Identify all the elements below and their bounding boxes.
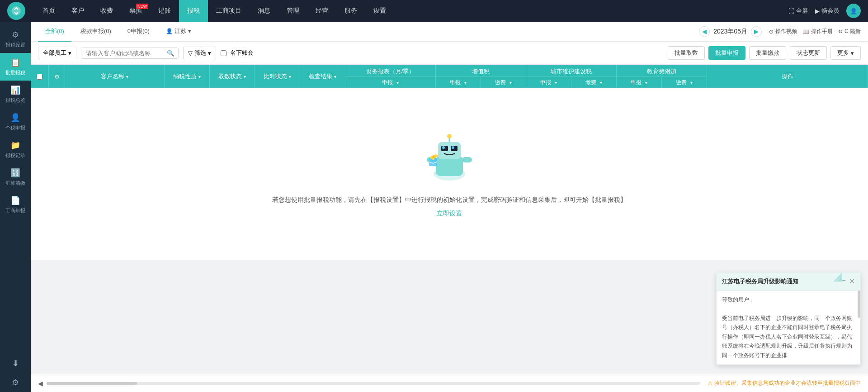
sidebar-item-annual-report[interactable]: 📄 工商年报 xyxy=(0,191,31,219)
nav-item-operation[interactable]: 经营 xyxy=(307,0,336,22)
th-city-tax-group: 城市维护建设税 申报 ▾ 缴费 ▾ xyxy=(526,65,617,88)
th-edu-pay: 缴费 ▾ xyxy=(662,77,707,88)
nav-item-tax[interactable]: 报税 xyxy=(179,0,208,22)
table-header-top: ⚙ 客户名称 ▾ 纳税性质 ▾ 取数状态 ▾ 比对状态 ▾ 检查结果 ▾ xyxy=(31,65,868,88)
th-finance-declare: 申报 ▾ xyxy=(345,77,435,88)
refresh-button[interactable]: ↻ C 隔新 xyxy=(838,28,861,35)
more-button[interactable]: 更多 ▾ xyxy=(830,46,861,60)
batch-tax-icon: 📋 xyxy=(10,57,20,67)
svg-point-5 xyxy=(442,146,445,149)
next-month-button[interactable]: ▶ xyxy=(751,26,762,37)
new-badge: NEW xyxy=(136,4,148,9)
setup-link[interactable]: 立即设置 xyxy=(437,210,462,218)
employee-select[interactable]: 全部员工 ▾ xyxy=(38,47,76,59)
tab-all[interactable]: 全部 (0) xyxy=(38,22,71,42)
svg-rect-10 xyxy=(462,157,472,163)
th-compare-status: 比对状态 ▾ xyxy=(255,65,300,88)
sidebar-item-tax-overview[interactable]: 📊 报税总览 xyxy=(0,81,31,108)
tabs-right: ◀ 2023年05月 ▶ ⊙ 操作视频 📖 操作手册 ↻ C 隔新 xyxy=(699,26,861,37)
nav-items-container: 首页 客户 收费 票据 NEW 记账 报税 工商项目 消息 管理 经营 服务 设… xyxy=(34,0,788,22)
svg-point-15 xyxy=(434,154,438,157)
nav-item-service[interactable]: 服务 xyxy=(336,0,365,22)
filter-button[interactable]: ▽ 筛选 ▾ xyxy=(183,47,216,59)
operation-manual-button[interactable]: 📖 操作手册 xyxy=(802,28,833,35)
nav-item-home[interactable]: 首页 xyxy=(34,0,63,22)
user-avatar[interactable]: 👤 xyxy=(846,4,861,18)
tax-records-icon: 📁 xyxy=(10,140,20,150)
sidebar-item-settings-bottom[interactable]: ⚙ xyxy=(0,373,31,392)
batch-pay-button[interactable]: 批量缴款 xyxy=(749,46,786,60)
notification-scrollbar[interactable] xyxy=(858,272,860,364)
sidebar-bottom: ⬇ ⚙ xyxy=(0,354,31,392)
account-checkbox-label[interactable]: 名下账套 xyxy=(221,49,254,57)
sidebar-item-tax-records[interactable]: 📁 报税记录 xyxy=(0,136,31,163)
notification-close-button[interactable]: ✕ xyxy=(849,277,855,286)
th-checkbox[interactable] xyxy=(31,65,49,88)
batch-fetch-button[interactable]: 批量取数 xyxy=(668,46,705,60)
sidebar: ⚙ 报税设置 📋 批量报税 📊 报税总览 👤 个税申报 📁 报税记录 🔢 汇算清… xyxy=(0,22,31,392)
fullscreen-button[interactable]: ⛶ 全屏 xyxy=(788,7,808,15)
annual-report-icon: 📄 xyxy=(10,196,20,206)
warning-icon: ⚠ xyxy=(708,380,712,387)
personal-tax-icon: 👤 xyxy=(10,113,20,123)
th-settings[interactable]: ⚙ xyxy=(49,65,65,88)
nav-item-billing[interactable]: 收费 xyxy=(92,0,121,22)
scroll-thumb xyxy=(47,382,137,385)
search-input[interactable] xyxy=(81,48,163,58)
sidebar-item-download[interactable]: ⬇ xyxy=(0,354,31,373)
th-finance-group: 财务报表（月/季） 申报 ▾ xyxy=(345,65,436,88)
batch-declare-button[interactable]: 批量申报 xyxy=(708,46,745,60)
prev-month-button[interactable]: ◀ xyxy=(699,26,710,37)
nav-item-message[interactable]: 消息 xyxy=(250,0,278,22)
settlement-icon: 🔢 xyxy=(10,168,20,178)
scroll-left-arrow[interactable]: ◀ xyxy=(38,380,43,387)
svg-rect-2 xyxy=(438,142,461,159)
search-button[interactable]: 🔍 xyxy=(163,48,178,58)
tax-overview-icon: 📊 xyxy=(10,85,20,95)
scroll-track[interactable] xyxy=(47,382,700,385)
nav-item-business[interactable]: 工商项目 xyxy=(208,0,250,22)
empty-state: 若您想使用批量报税功能，请先在【报税设置】中进行报税的初始化设置，完成密码验证和… xyxy=(31,88,868,260)
member-button[interactable]: ▶ 畅会员 xyxy=(815,7,839,15)
sidebar-item-tax-settings[interactable]: ⚙ 报税设置 xyxy=(0,25,31,53)
status-update-button[interactable]: 状态更新 xyxy=(790,46,827,60)
operation-video-button[interactable]: ⊙ 操作视频 xyxy=(769,28,797,35)
notification-panel: 江苏电子税务局升级影响通知 — ✕ 尊敬的用户： 受当前电子税务局进一步升级的影… xyxy=(716,272,861,365)
notif-content: 受当前电子税务局进一步升级的影响，同一个政务网账号（办税人）名下的企业不能再同时… xyxy=(722,314,855,360)
app-logo[interactable] xyxy=(7,2,25,20)
download-icon: ⬇ xyxy=(12,359,19,368)
th-fetch-status: 取数状态 ▾ xyxy=(210,65,255,88)
empty-robot-illustration xyxy=(422,131,476,185)
tab-zero-declare[interactable]: 0申报 (0) xyxy=(120,22,157,42)
nav-item-settings[interactable]: 设置 xyxy=(365,0,394,22)
sidebar-item-settlement[interactable]: 🔢 汇算清缴 xyxy=(0,163,31,191)
th-edu-tax-group: 教育费附加 申报 ▾ 缴费 ▾ xyxy=(617,65,707,88)
sidebar-item-batch-tax[interactable]: 📋 批量报税 xyxy=(0,53,31,81)
svg-point-6 xyxy=(452,146,454,149)
more-dropdown-icon: ▾ xyxy=(851,50,854,57)
th-operations: 操作 xyxy=(707,65,868,88)
tab-region[interactable]: 👤 江苏 ▾ xyxy=(159,22,198,42)
nav-item-customer[interactable]: 客户 xyxy=(63,0,92,22)
notif-salutation: 尊敬的用户： xyxy=(722,295,855,304)
tab-tax-declare[interactable]: 税款申报 (0) xyxy=(73,22,118,42)
dropdown-icon: ▾ xyxy=(68,50,71,57)
nav-item-accounting[interactable]: 记账 xyxy=(150,0,179,22)
notification-title: 江苏电子税务局升级影响通知 xyxy=(722,277,798,286)
th-vat-declare: 申报 ▾ xyxy=(436,77,481,88)
select-all-checkbox[interactable] xyxy=(37,74,42,80)
toolbar: 全部员工 ▾ 🔍 ▽ 筛选 ▾ 名下账套 批量取数 批量申报 批量缴款 状态更新… xyxy=(31,42,868,65)
nav-item-invoice[interactable]: 票据 NEW xyxy=(121,0,150,22)
bottom-tip: ⚠ 验证账密、采集信息均成功的企业才会流转至批量报税页面中 xyxy=(708,379,861,387)
th-name: 客户名称 ▾ xyxy=(65,65,165,88)
top-navigation: 首页 客户 收费 票据 NEW 记账 报税 工商项目 消息 管理 经营 服务 设… xyxy=(0,0,868,22)
th-city-declare: 申报 ▾ xyxy=(526,77,571,88)
th-city-pay: 缴费 ▾ xyxy=(571,77,616,88)
nav-item-manage[interactable]: 管理 xyxy=(278,0,307,22)
th-vat-group: 增值税 申报 ▾ 缴费 ▾ xyxy=(436,65,526,88)
toolbar-right: 批量取数 批量申报 批量缴款 状态更新 更多 ▾ xyxy=(668,46,861,60)
account-checkbox[interactable] xyxy=(221,50,226,56)
search-box: 🔍 xyxy=(81,48,179,59)
sidebar-item-personal-tax[interactable]: 👤 个税申报 xyxy=(0,108,31,136)
notif-scrollbar-thumb xyxy=(858,291,860,318)
